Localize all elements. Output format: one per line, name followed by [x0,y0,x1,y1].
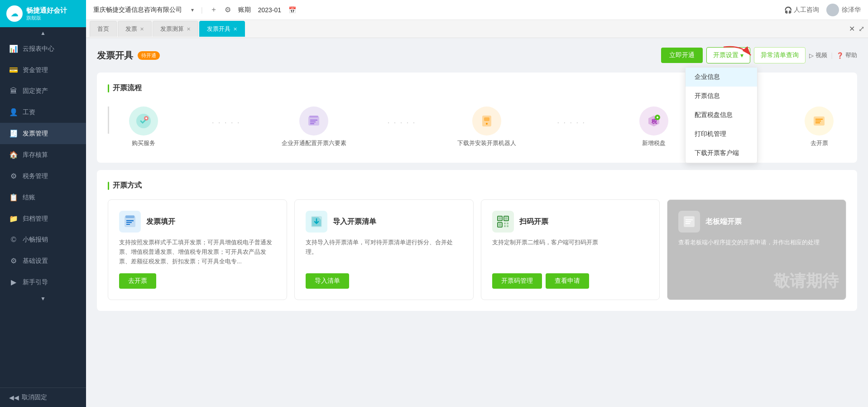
invoice-methods-section: 开票方式 [97,170,857,311]
methods-title-label: 开票方式 [113,181,142,190]
dropdown-item-download[interactable]: 下载开票客户端 [686,144,757,163]
go-invoice-btn[interactable]: 去开票 [119,273,156,289]
sidebar-item-label: 税务管理 [23,172,48,180]
xiaochang-icon: © [9,236,18,244]
tab-fapiao[interactable]: 发票 ✕ [118,21,152,37]
sidebar-item-fapiao[interactable]: 🧾 发票管理 [0,123,86,144]
dropdown-item-tax-disk[interactable]: 配置税盘信息 [686,106,757,125]
tab-fapiao-close-icon[interactable]: ✕ [140,26,144,32]
consultation-label: 人工咨询 [794,6,819,14]
dropdown-item-company-info[interactable]: 企业信息 [686,68,757,87]
period-value: 2023-01 [258,6,281,14]
svg-rect-6 [309,116,318,117]
dropdown-item-printer[interactable]: 打印机管理 [686,125,757,144]
import-invoice-icon [306,211,327,233]
query-btn[interactable]: 异常清单查询 [754,47,806,63]
shuiwu-icon: ⚙ [9,172,18,180]
sidebar-item-yunbao[interactable]: 📊 云报表中心 [0,38,86,59]
video-btn[interactable]: ▷ 视频 [809,51,827,59]
sidebar-item-jichushezhi[interactable]: ⚙ 基础设置 [0,250,86,271]
import-list-btn[interactable]: 导入清单 [306,273,349,289]
open-btn[interactable]: 立即开通 [661,48,703,63]
sidebar-item-label: 基础设置 [23,257,48,265]
svg-rect-37 [507,225,508,227]
sidebar-item-kucun[interactable]: 🏠 库存核算 [0,144,86,165]
video-label: 视频 [815,51,827,59]
gudingzichan-icon: 🏛 [9,87,18,95]
headset-icon: 🎧 [784,6,792,14]
settings-icon[interactable]: ⚙ [225,5,231,14]
cancel-label: 取消固定 [22,393,47,402]
help-label: 帮助 [845,51,857,59]
sidebar-item-xiaochang[interactable]: © 小畅报销 [0,229,86,250]
tab-fapiao-cesuan[interactable]: 发票测算 ✕ [153,21,198,37]
tab-kaiju-close-icon[interactable]: ✕ [233,26,237,32]
add-company-btn[interactable]: ＋ [210,5,217,15]
sidebar-item-xinshouyin[interactable]: ▶ 新手引导 [0,271,86,293]
method-card-boss: 老板端开票 查看老板端小程序提交的开票申请，并作出相应的处理 敬请期待 [667,199,846,300]
page-title-area: 发票开具 待开通 [97,49,160,62]
sidebar-item-label: 云报表中心 [23,45,54,53]
top-divider: | [201,6,203,14]
tab-fapiao-label: 发票 [125,25,137,33]
tab-expand-btn[interactable]: ⤢ [858,24,864,33]
tab-fapiao-kaiju[interactable]: 发票开具 ✕ [199,21,245,37]
gongzi-icon: 👤 [9,108,18,116]
svg-rect-35 [507,223,508,224]
sidebar-item-jiezhang[interactable]: 📋 结账 [0,187,86,208]
tab-cesuan-close-icon[interactable]: ✕ [187,26,191,32]
jichushezhi-icon: ⚙ [9,257,18,265]
flow-step-add-disk: 税 新增税盘 [627,107,681,147]
sidebar-item-gongzi[interactable]: 👤 工资 [0,102,86,123]
tab-home[interactable]: 首页 [90,21,117,37]
method-boss-header: 老板端开票 [678,211,835,233]
cancel-fixed-btn[interactable]: ◀◀ 取消固定 [0,388,86,407]
sidebar-item-zijin[interactable]: 💳 资金管理 [0,59,86,81]
tab-cesuan-label: 发票测算 [160,25,184,33]
content-area: 发票开具 待开通 立即开通 开票设置 ▾ 异常清单查询 ▷ 视频 | [86,38,868,407]
add-disk-icon: 税 [639,107,668,136]
divider-pipe: | [831,52,833,59]
yunbao-icon: 📊 [9,44,18,53]
svg-rect-33 [499,223,501,226]
go-invoice-icon [805,107,834,136]
method-boss-title: 老板端开票 [705,217,742,227]
pending-badge: 敬请期待 [773,270,839,292]
qr-manage-btn[interactable]: 开票码管理 [492,273,542,289]
method-import-title: 导入开票清单 [333,217,376,227]
method-import-header: 导入开票清单 [306,211,462,233]
sidebar: ☁ 畅捷通好会计 旗舰版 ▲ 📊 云报表中心 💳 资金管理 🏛 固定资产 [0,0,86,407]
dropdown-item-invoice-info[interactable]: 开票信息 [686,87,757,106]
logo-icon: ☁ [6,5,23,22]
method-scan-desc: 支持定制开票二维码，客户端可扫码开票 [492,238,649,266]
scroll-up-btn[interactable]: ▲ [0,27,86,38]
guidan-icon: 📁 [9,214,18,223]
sidebar-item-label: 新手引导 [23,278,48,286]
flow-step-install-label: 下载并安装开票机器人 [457,139,516,147]
sidebar-item-shuiwu[interactable]: ⚙ 税务管理 [0,165,86,187]
method-scan-title: 扫码开票 [519,217,548,227]
flow-dots-2: · · · · · [388,118,416,127]
method-scan-header: 扫码开票 [492,211,649,233]
sidebar-item-guidan[interactable]: 📁 归档管理 [0,208,86,229]
consultation-btn[interactable]: 🎧 人工咨询 [784,6,819,14]
method-fill-desc: 支持按照发票样式手工填开发票；可开具增值税电子普通发票、增值税普通发票、增值税专… [119,238,276,266]
dropdown-invoice-info-label: 开票信息 [695,92,720,99]
calendar-icon[interactable]: 📅 [288,6,296,14]
svg-rect-23 [125,215,134,218]
dropdown-printer-label: 打印机管理 [695,130,726,137]
fapiao-icon: 🧾 [9,129,18,138]
scroll-down-btn[interactable]: ▼ [0,293,86,304]
methods-section-title: 开票方式 [108,181,846,190]
user-info[interactable]: 徐泽华 [826,4,861,16]
view-apply-btn[interactable]: 查看申请 [546,273,589,289]
sidebar-item-gudingzichan[interactable]: 🏛 固定资产 [0,81,86,102]
logo-text-area: 畅捷通好会计 旗舰版 [26,6,67,21]
tab-close-all-btn[interactable]: ✕ [849,24,855,33]
company-dropdown-icon[interactable]: ▾ [191,7,194,13]
flow-title-label: 开票流程 [113,83,142,93]
top-bar-right: 🎧 人工咨询 徐泽华 [784,4,861,16]
page-title: 发票开具 [97,49,133,62]
period-label: 账期 [238,6,251,14]
help-btn[interactable]: ❓ 帮助 [836,51,857,59]
